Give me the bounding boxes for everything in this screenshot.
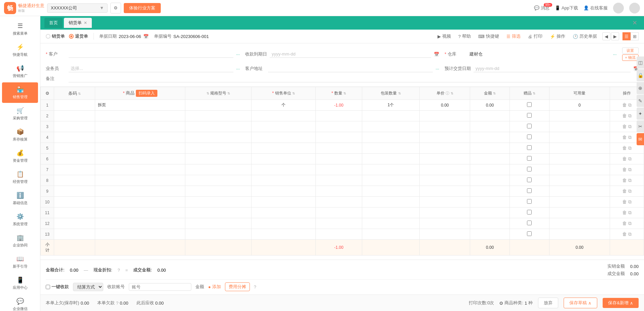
row-spec-2[interactable] [185, 111, 251, 121]
gift-checkbox-3[interactable] [527, 124, 532, 128]
row-copy-icon-6[interactable]: ⧉ [628, 156, 632, 162]
row-product-8[interactable] [95, 175, 185, 186]
row-product-12[interactable] [95, 218, 185, 229]
row-pkg-qty-4[interactable] [362, 132, 420, 143]
row-pkg-qty-3[interactable] [362, 121, 420, 132]
row-amount-6[interactable] [470, 154, 510, 164]
row-spec-8[interactable] [185, 175, 251, 186]
date-calendar-icon[interactable]: 📅 [143, 34, 149, 39]
row-pkg-qty-8[interactable] [362, 175, 420, 186]
tab-close-icon[interactable]: ✕ [84, 21, 87, 25]
row-spec-10[interactable] [185, 197, 251, 207]
logistics-button[interactable]: + 物流 [622, 54, 639, 61]
row-spec-5[interactable] [185, 143, 251, 154]
row-qty-4[interactable] [316, 132, 362, 143]
row-product-5[interactable] [95, 143, 185, 154]
row-qty-6[interactable] [316, 154, 362, 164]
gift-checkbox-2[interactable] [527, 113, 532, 118]
row-delete-icon-6[interactable]: 🗑 [622, 156, 627, 162]
customer-more-icon[interactable]: ··· [236, 52, 240, 57]
row-price-6[interactable] [420, 154, 470, 164]
row-pkg-qty-12[interactable] [362, 218, 420, 229]
gift-checkbox-7[interactable] [527, 167, 532, 171]
float-btn-3[interactable]: ⊕ [637, 82, 644, 94]
row-qty-7[interactable] [316, 164, 362, 175]
row-price-12[interactable] [420, 218, 470, 229]
row-gift-3[interactable] [510, 121, 550, 132]
row-gift-12[interactable] [510, 218, 550, 229]
row-barcode-5[interactable] [54, 143, 95, 154]
float-btn-7[interactable]: ✉ [637, 133, 644, 145]
row-unit-5[interactable] [252, 143, 316, 154]
one-click-payment-checkbox[interactable]: 一键收款 [46, 284, 69, 290]
operation-button[interactable]: ⚡ 操作 [548, 33, 567, 40]
row-copy-icon-4[interactable]: ⧉ [628, 134, 632, 140]
row-qty-2[interactable] [316, 111, 362, 121]
row-qty-8[interactable] [316, 175, 362, 186]
row-gift-1[interactable] [510, 100, 550, 111]
row-pkg-qty-13[interactable] [362, 229, 420, 240]
amount-sort-icon[interactable]: ⇅ [493, 91, 496, 95]
row-unit-3[interactable] [252, 121, 316, 132]
radio-return-order[interactable]: 退货单 [69, 33, 88, 39]
row-barcode-8[interactable] [54, 175, 95, 186]
company-selector[interactable]: XXXXXX公司 ▼ [47, 3, 108, 13]
row-copy-icon-7[interactable]: ⧉ [628, 167, 632, 172]
row-spec-11[interactable] [185, 207, 251, 218]
row-unit-9[interactable] [252, 186, 316, 197]
float-btn-2[interactable]: 🔒 [637, 69, 644, 81]
row-spec-4[interactable] [185, 132, 251, 143]
row-copy-icon-12[interactable]: ⧉ [628, 221, 632, 226]
row-gift-2[interactable] [510, 111, 550, 121]
row-barcode-12[interactable] [54, 218, 95, 229]
add-button[interactable]: ● 添加 [208, 284, 221, 290]
row-price-3[interactable] [420, 121, 470, 132]
grid-view-btn[interactable]: ⊞ [631, 32, 639, 40]
row-barcode-1[interactable] [54, 100, 95, 111]
row-price-8[interactable] [420, 175, 470, 186]
row-product-6[interactable] [95, 154, 185, 164]
row-amount-13[interactable] [470, 229, 510, 240]
row-barcode-3[interactable] [54, 121, 95, 132]
row-amount-1[interactable]: 0.00 [470, 100, 510, 111]
float-btn-1[interactable]: ◫ [637, 56, 644, 69]
scan-button[interactable]: 扫码录入 [136, 90, 157, 97]
sidebar-item-operations[interactable]: 📋 经营管理 [2, 167, 38, 188]
row-price-5[interactable] [420, 143, 470, 154]
row-unit-13[interactable] [252, 229, 316, 240]
list-view-btn[interactable]: ☰ [622, 32, 631, 40]
sidebar-item-finance[interactable]: 💰 资金管理 [2, 146, 38, 166]
gift-checkbox-9[interactable] [527, 188, 532, 193]
message-button[interactable]: 💬 消息 99+ [534, 5, 550, 11]
row-amount-12[interactable] [470, 218, 510, 229]
experience-button[interactable]: 体验行业方案 [124, 3, 161, 13]
salesperson-more-icon[interactable]: ··· [236, 66, 240, 71]
row-price-7[interactable] [420, 164, 470, 175]
customer-input[interactable] [69, 50, 233, 58]
row-gift-13[interactable] [510, 229, 550, 240]
row-spec-6[interactable] [185, 154, 251, 164]
row-amount-10[interactable] [470, 197, 510, 207]
th-settings[interactable]: ⚙ [41, 87, 54, 100]
prev-arrow[interactable]: ◀ [602, 32, 610, 40]
row-qty-10[interactable] [316, 197, 362, 207]
row-spec-9[interactable] [185, 186, 251, 197]
row-delete-icon-9[interactable]: 🗑 [622, 188, 627, 194]
row-product-13[interactable] [95, 229, 185, 240]
row-barcode-13[interactable] [54, 229, 95, 240]
row-product-1[interactable]: 拆页 [95, 100, 185, 111]
row-copy-icon-8[interactable]: ⧉ [628, 178, 632, 183]
filter-button[interactable]: ☰ 筛选 [504, 33, 523, 40]
row-delete-icon-3[interactable]: 🗑 [622, 124, 627, 129]
row-copy-icon-3[interactable]: ⧉ [628, 124, 632, 129]
row-amount-2[interactable] [470, 111, 510, 121]
row-product-7[interactable] [95, 164, 185, 175]
row-copy-icon-2[interactable]: ⧉ [628, 113, 632, 119]
sidebar-item-basic-info[interactable]: ℹ️ 基础信息 [2, 188, 38, 209]
row-pkg-qty-2[interactable] [362, 111, 420, 121]
shortcut-button[interactable]: ⌨ 快捷键 [476, 33, 501, 40]
row-qty-1[interactable]: -1.00 [316, 100, 362, 111]
row-gift-11[interactable] [510, 207, 550, 218]
payment-calendar-icon[interactable]: 📅 [434, 52, 439, 57]
sidebar-item-system[interactable]: ⚙️ 系统管理 [2, 209, 38, 230]
